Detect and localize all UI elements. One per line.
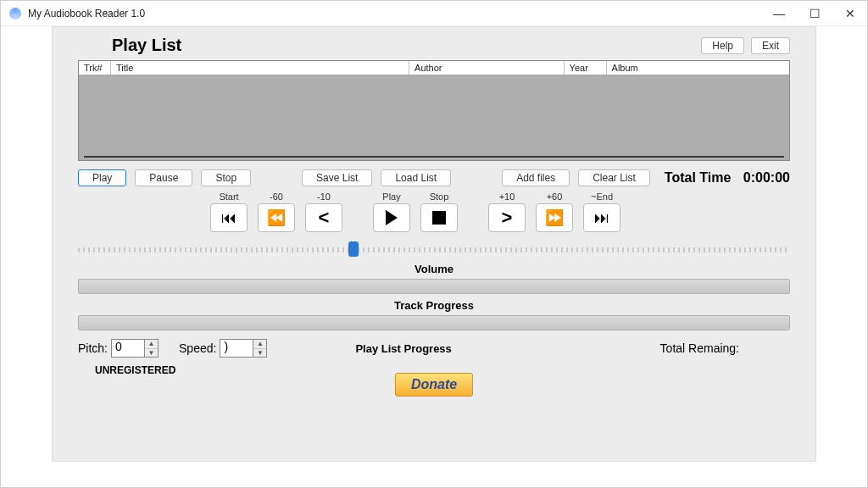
play-button[interactable]: Play	[78, 169, 126, 186]
add-files-button[interactable]: Add files	[502, 169, 570, 186]
skip-start-icon: ⏮	[221, 209, 236, 227]
maximize-icon[interactable]: ☐	[806, 7, 823, 20]
total-time-value: 0:00:00	[743, 170, 790, 185]
stop-icon	[432, 211, 446, 225]
transport-end-label: ~End	[591, 191, 613, 203]
content-panel: Play List Help Exit Trk# Title Author Ye…	[52, 26, 816, 462]
close-icon[interactable]: ✕	[842, 7, 859, 20]
playlist-table[interactable]: Trk# Title Author Year Album	[78, 60, 790, 161]
col-author[interactable]: Author	[409, 61, 565, 75]
transport-play-label: Play	[382, 191, 400, 203]
playlist-progress-label: Play List Progress	[355, 342, 451, 355]
slider-thumb[interactable]	[348, 241, 359, 257]
app-icon	[9, 8, 21, 19]
pitch-up-button[interactable]: ▲	[145, 340, 158, 349]
less-than-icon: <	[319, 207, 330, 229]
skip-end-button[interactable]: ⏭	[583, 203, 620, 232]
pitch-down-button[interactable]: ▼	[145, 349, 158, 358]
forward-60-button[interactable]: ⏩	[536, 203, 573, 232]
speed-label: Speed:	[179, 341, 216, 355]
col-year[interactable]: Year	[565, 61, 607, 75]
transport-fwd60-label: +60	[547, 191, 563, 203]
col-title[interactable]: Title	[111, 61, 409, 75]
track-progress-bar[interactable]	[78, 315, 790, 330]
save-list-button[interactable]: Save List	[302, 169, 372, 186]
volume-bar[interactable]	[78, 279, 790, 294]
playlist-hscroll[interactable]	[84, 156, 784, 158]
rewind-10-button[interactable]: <	[305, 203, 342, 232]
app-window: My Audiobook Reader 1.0 — ☐ ✕ Play List …	[0, 0, 868, 488]
window-title: My Audiobook Reader 1.0	[28, 8, 145, 19]
transport-play-button[interactable]	[373, 203, 410, 232]
load-list-button[interactable]: Load List	[381, 169, 451, 186]
speed-stepper: Speed: ) ▲ ▼	[179, 339, 267, 358]
volume-label: Volume	[78, 263, 790, 275]
clear-list-button[interactable]: Clear List	[578, 169, 650, 186]
pitch-input[interactable]: 0	[111, 339, 145, 358]
transport-back60-label: -60	[270, 191, 283, 203]
col-album[interactable]: Album	[607, 61, 789, 75]
pitch-label: Pitch:	[78, 341, 108, 355]
rewind-icon: ⏪	[267, 208, 286, 227]
col-trk[interactable]: Trk#	[79, 61, 111, 75]
donate-button[interactable]: Donate	[395, 373, 473, 396]
fast-forward-icon: ⏩	[545, 208, 564, 227]
playlist-header-row: Trk# Title Author Year Album	[79, 61, 789, 75]
titlebar: My Audiobook Reader 1.0 — ☐ ✕	[1, 1, 867, 26]
speed-up-button[interactable]: ▲	[253, 340, 266, 349]
total-remaining-label: Total Remaing:	[660, 341, 739, 355]
play-icon	[386, 210, 398, 225]
rewind-60-button[interactable]: ⏪	[258, 203, 295, 232]
transport-stop-button[interactable]	[420, 203, 458, 232]
transport-back10-label: -10	[317, 191, 331, 203]
pitch-stepper: Pitch: 0 ▲ ▼	[78, 339, 159, 358]
pause-button[interactable]: Pause	[135, 169, 192, 186]
slider-track	[78, 247, 790, 252]
playlist-body[interactable]	[79, 75, 789, 160]
forward-10-button[interactable]: >	[488, 203, 526, 232]
playlist-heading: Play List	[112, 36, 181, 55]
stop-button[interactable]: Stop	[201, 169, 251, 186]
total-time-label: Total Time	[665, 170, 732, 185]
minimize-icon[interactable]: —	[771, 7, 787, 20]
greater-than-icon: >	[502, 207, 513, 229]
help-button[interactable]: Help	[701, 37, 744, 54]
transport-start-label: Start	[219, 191, 238, 203]
speed-down-button[interactable]: ▼	[253, 349, 266, 358]
exit-button[interactable]: Exit	[751, 37, 790, 54]
track-progress-label: Track Progress	[78, 299, 790, 312]
transport-fwd10-label: +10	[499, 191, 515, 203]
speed-input[interactable]: )	[220, 339, 253, 358]
position-slider[interactable]	[78, 241, 790, 258]
skip-start-button[interactable]: ⏮	[210, 203, 248, 232]
skip-end-icon: ⏭	[594, 209, 609, 227]
transport-stop-label: Stop	[430, 191, 449, 203]
